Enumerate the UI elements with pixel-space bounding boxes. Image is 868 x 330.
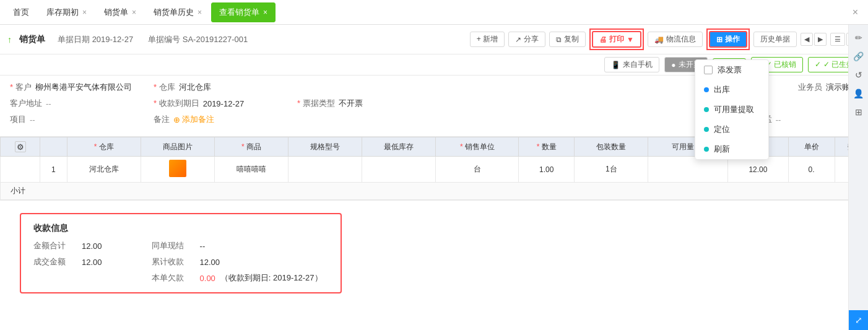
tab-sales-history-close[interactable]: × <box>197 8 202 17</box>
dropdown-refresh[interactable]: 刷新 <box>695 139 768 159</box>
doc-number: 单据编号 SA-20191227-001 <box>148 34 248 45</box>
payment-same-order-value: -- <box>200 241 206 251</box>
logistics-button[interactable]: 🚚 物流信息 <box>648 32 703 47</box>
print-box: 🖨 打印 ▼ <box>589 28 644 50</box>
address-field: 客户地址 -- <box>10 98 134 109</box>
payment-col-left: 金额合计 12.00 成交金额 12.00 <box>33 240 102 284</box>
copy-icon: ⧉ <box>556 35 562 44</box>
side-icons-panel: ✏ 🔗 ↺ 👤 ⊞ ⤢ <box>848 25 868 330</box>
cell-available <box>648 157 728 183</box>
add-button[interactable]: + 新增 <box>470 32 505 47</box>
side-link-icon[interactable]: 🔗 <box>851 48 867 64</box>
tab-home[interactable]: 首页 <box>5 2 37 22</box>
next-button[interactable]: ▶ <box>814 33 827 46</box>
address-value: -- <box>46 99 51 108</box>
payment-col-right: 同单现结 -- 累计收款 12.00 本单欠款 0.00 （收款到期日: 201… <box>152 240 323 284</box>
payment-section: 收款信息 金额合计 12.00 成交金额 12.00 <box>20 213 342 293</box>
warehouse-value: 河北仓库 <box>179 82 211 93</box>
project-label: 项目 <box>10 114 26 125</box>
side-edit-icon[interactable]: ✏ <box>851 30 867 46</box>
operation-icon: ⊞ <box>716 35 723 44</box>
note-label: 备注 <box>154 114 170 125</box>
phone-icon: 📱 <box>611 61 620 69</box>
dropdown-add-invoice[interactable]: 添发票 <box>695 60 768 80</box>
outbound-icon <box>704 87 709 92</box>
share-button[interactable]: ↗ 分享 <box>508 32 545 47</box>
available-qty-icon <box>704 107 709 112</box>
col-quantity: 数量 <box>519 137 575 157</box>
add-note-button[interactable]: ⊕ 添加备注 <box>173 114 214 125</box>
main-content: ↑ 销货单 单据日期 2019-12-27 单据编号 SA-20191227-0… <box>0 25 868 330</box>
side-grid-icon[interactable]: ⊞ <box>851 104 867 120</box>
list-view-button[interactable]: ☰ <box>830 33 845 46</box>
payment-owe-value: 0.00 <box>200 274 215 283</box>
customer-field: 客户 柳州粤港平安气体有限公司 <box>10 82 134 93</box>
share-icon: ↗ <box>515 35 521 44</box>
doc-date-label: 单据日期 2019-12-27 <box>58 34 133 45</box>
print-button[interactable]: 🖨 打印 ▼ <box>592 31 641 48</box>
cell-sales-unit: 台 <box>436 157 519 183</box>
copy-button[interactable]: ⧉ 复制 <box>549 32 586 47</box>
payment-date-field: 收款到期日 2019-12-27 <box>154 98 277 109</box>
customer-label: 客户 <box>10 82 32 93</box>
ticket-type-label: 票据类型 <box>297 98 335 109</box>
col-product: 商品 <box>214 137 288 157</box>
table-row: 1 河北仓库 嘻嘻嘻嘻 台 1.00 1台 12.00 0. <box>1 157 868 183</box>
cell-warehouse: 河北仓库 <box>67 157 141 183</box>
subtotal-row: 小计 <box>1 183 868 200</box>
print-icon: 🖨 <box>599 35 607 44</box>
payment-same-order-label: 同单现结 <box>152 240 195 251</box>
product-image <box>169 160 186 177</box>
tab-sales-close[interactable]: × <box>132 8 136 17</box>
payment-total-value: 12.00 <box>82 241 102 251</box>
tab-inventory-close[interactable]: × <box>82 8 87 17</box>
operation-button[interactable]: ⊞ 操作 <box>709 31 747 48</box>
history-button[interactable]: 历史单据 <box>753 32 797 47</box>
logistics-icon: 🚚 <box>654 35 664 44</box>
tab-check-sales-close[interactable]: × <box>263 8 267 17</box>
payment-container: 收款信息 金额合计 12.00 成交金额 12.00 <box>0 201 868 306</box>
locate-icon <box>704 127 709 132</box>
col-pack-qty: 包装数量 <box>575 137 648 157</box>
tab-sales-label: 销货单 <box>104 7 128 18</box>
col-gear: ⚙ <box>1 137 40 157</box>
side-refresh-icon[interactable]: ↺ <box>851 67 867 83</box>
from-phone-button[interactable]: 📱 来自手机 <box>604 57 659 72</box>
tab-home-label: 首页 <box>13 7 29 18</box>
payment-owe-note: （收款到期日: 2019-12-27） <box>220 272 323 284</box>
payment-rows: 金额合计 12.00 成交金额 12.00 同单现结 -- <box>33 240 328 284</box>
ticket-type-value: 不开票 <box>339 98 363 109</box>
cell-rownum: 1 <box>40 157 67 183</box>
side-user-icon[interactable]: 👤 <box>851 85 867 102</box>
effect-icon: ✓ <box>815 60 821 69</box>
operation-box: ⊞ 操作 <box>706 28 750 50</box>
dropdown-outbound[interactable]: 出库 <box>695 80 768 100</box>
tab-sales-history[interactable]: 销货单历史 × <box>145 2 210 22</box>
cell-product: 嘻嘻嘻嘻 <box>214 157 288 183</box>
tab-inventory-label: 库存期初 <box>46 7 79 18</box>
tab-check-sales[interactable]: 查看销货单 × <box>211 2 276 22</box>
toolbar-row1: ↑ 销货单 单据日期 2019-12-27 单据编号 SA-20191227-0… <box>0 25 868 54</box>
prev-button[interactable]: ◀ <box>801 33 813 46</box>
side-expand-icon[interactable]: ⤢ <box>849 310 869 330</box>
payment-total-row: 金额合计 12.00 <box>33 240 102 251</box>
close-all-button[interactable]: × <box>848 7 863 18</box>
tab-sales[interactable]: 销货单 × <box>96 2 144 22</box>
dropdown-available-qty[interactable]: 可用量提取 <box>695 100 768 119</box>
payment-owe-row: 本单欠款 0.00 （收款到期日: 2019-12-27） <box>152 272 323 284</box>
note-field: 备注 ⊕ 添加备注 <box>154 114 277 125</box>
payment-transaction-row: 成交金额 12.00 <box>33 256 102 267</box>
salesman2-value: -- <box>776 115 781 124</box>
payment-total-label: 金额合计 <box>33 240 77 251</box>
doc-icon: ↑ <box>7 35 12 45</box>
gear-icon[interactable]: ⚙ <box>15 141 26 152</box>
col-sales-unit: 销售单位 <box>436 137 519 157</box>
dropdown-locate[interactable]: 定位 <box>695 119 768 139</box>
print-dropdown-arrow: ▼ <box>627 35 634 44</box>
ticket-type-field: 票据类型 不开票 <box>297 98 421 109</box>
payment-owe-label: 本单欠款 <box>152 272 195 284</box>
toolbar-actions: + 新增 ↗ 分享 ⧉ 复制 🖨 打印 ▼ 🚚 <box>470 28 861 50</box>
payment-cumulative-value: 12.00 <box>200 258 220 267</box>
tab-inventory[interactable]: 库存期初 × <box>38 2 95 22</box>
col-warehouse: 仓库 <box>67 137 141 157</box>
